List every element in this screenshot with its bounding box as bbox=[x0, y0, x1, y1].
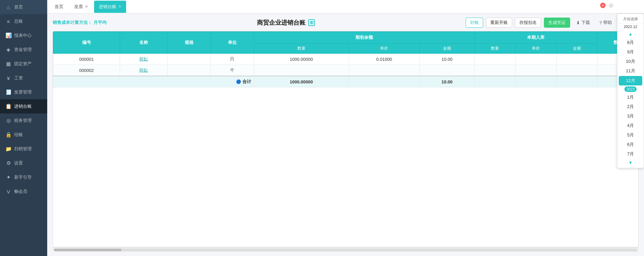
cell-period-price: 0.01000 bbox=[349, 54, 419, 65]
invoice-icon: 🧾 bbox=[5, 89, 11, 95]
closing-icon: 🔒 bbox=[5, 132, 11, 138]
maximize-button[interactable]: ⤢ bbox=[608, 3, 614, 8]
close-button[interactable]: ✕ bbox=[600, 3, 606, 8]
reconcile-button[interactable]: 对账 bbox=[466, 18, 483, 28]
row-name-link[interactable]: 前缸 bbox=[139, 68, 148, 73]
sidebar-item-fixed-assets[interactable]: ▦ 固定资产 bbox=[0, 57, 47, 71]
col-header-spec: 规格 bbox=[168, 32, 211, 54]
download-icon: ⬇ bbox=[576, 20, 580, 25]
col-sub-period-price: 单价 bbox=[349, 44, 419, 54]
tab-invoice-label: 发票 bbox=[74, 4, 83, 10]
col-sub-in-amount: 金额 bbox=[556, 44, 597, 54]
month-item-5[interactable]: 5月 bbox=[617, 130, 644, 140]
total-period-price bbox=[349, 76, 419, 87]
total-period-amount: 10.00 bbox=[419, 76, 474, 87]
scroll-thumb[interactable] bbox=[54, 249, 121, 251]
ledger-icon: ≡ bbox=[5, 19, 11, 24]
sidebar-item-archive[interactable]: 📁 归档管理 bbox=[0, 142, 47, 156]
page-title: 商贸企业进销台账 bbox=[257, 19, 305, 27]
cell-name: 前缸 bbox=[120, 54, 168, 65]
sidebar-item-report-center[interactable]: 📊 报表中心 bbox=[0, 28, 47, 43]
tab-purchase-sales[interactable]: 进销台账 ✕ bbox=[94, 1, 126, 13]
title-info-icon[interactable]: 图 bbox=[308, 19, 315, 26]
sidebar-item-member[interactable]: V 畅会员 bbox=[0, 184, 47, 199]
month-item-6[interactable]: 6月 bbox=[617, 140, 644, 149]
sidebar-item-fund-management[interactable]: ◈ 资金管理 bbox=[0, 43, 47, 57]
month-item-10[interactable]: 10月 bbox=[617, 57, 644, 66]
sidebar-item-tax-management[interactable]: ◎ 税务管理 bbox=[0, 113, 47, 128]
cell-period-qty: 1000.00000 bbox=[254, 54, 349, 65]
col-sub-period-amount: 金额 bbox=[419, 44, 474, 54]
cell-in-price bbox=[516, 54, 556, 65]
sidebar-item-payroll[interactable]: ¥ 工资 bbox=[0, 71, 47, 85]
assets-icon: ▦ bbox=[5, 61, 11, 67]
sidebar-item-purchase-sales[interactable]: 📋 进销台账 bbox=[0, 99, 47, 113]
month-item-1[interactable]: 1月 bbox=[617, 93, 644, 102]
window-controls: ✕ ⤢ bbox=[600, 3, 614, 8]
sidebar-item-general-ledger[interactable]: ≡ 总账 bbox=[0, 14, 47, 28]
home-icon: ⌂ bbox=[5, 4, 11, 10]
cell-in-amount bbox=[556, 54, 597, 65]
cell-period-qty bbox=[254, 65, 349, 76]
tab-bar: 首页 发票 ✕ 进销台账 ✕ bbox=[47, 0, 644, 14]
download-button[interactable]: ⬇ 下载 bbox=[573, 18, 593, 27]
tab-purchase-sales-close[interactable]: ✕ bbox=[118, 4, 121, 9]
tab-home[interactable]: 首页 bbox=[50, 1, 68, 13]
cost-method-area: 销售成本计算方法： 月平均 bbox=[53, 20, 107, 26]
cell-in-qty bbox=[474, 54, 515, 65]
month-scroll-down[interactable]: ▼ bbox=[617, 159, 644, 167]
content-header: 销售成本计算方法： 月平均 商贸企业进销台账 图 对账 重新开账 存报别名 生成… bbox=[53, 18, 639, 28]
total-row: 🔵 合计 1000.00000 10.00 bbox=[53, 76, 638, 87]
sidebar-item-closing[interactable]: 🔒 结账 bbox=[0, 128, 47, 142]
cost-method-value: 月平均 bbox=[93, 20, 107, 25]
toolbar: 对账 重新开账 存报别名 生成凭证 ⬇ 下载 ? 帮助 ↻ 刷新 bbox=[466, 18, 639, 28]
col-header-current-in: 本期入库 bbox=[474, 32, 597, 44]
month-panel-year: 2022.12 bbox=[617, 23, 644, 30]
month-item-11[interactable]: 11月 bbox=[617, 66, 644, 76]
col-header-name: 名称 bbox=[120, 32, 168, 54]
month-item-3[interactable]: 3月 bbox=[617, 111, 644, 121]
month-item-8[interactable]: 8月 bbox=[617, 38, 644, 47]
month-panel: 月份选择 2022.12 ▲ 8月 9月 10月 11月 12月 2023 1月… bbox=[617, 14, 644, 168]
month-scroll-up[interactable]: ▲ bbox=[617, 30, 644, 38]
tab-invoice-close[interactable]: ✕ bbox=[85, 4, 88, 9]
sidebar-item-home[interactable]: ⌂ 首页 bbox=[0, 0, 47, 14]
horizontal-scrollbar[interactable] bbox=[53, 247, 639, 252]
month-item-4[interactable]: 4月 bbox=[617, 121, 644, 130]
settings-icon: ⚙ bbox=[5, 160, 11, 166]
year-badge: 2023 bbox=[624, 86, 637, 92]
save-alias-button[interactable]: 存报别名 bbox=[515, 18, 541, 28]
report-icon: 📊 bbox=[5, 32, 11, 39]
help-button[interactable]: ? 帮助 bbox=[596, 18, 615, 27]
cell-unit: 个 bbox=[211, 65, 254, 76]
purchase-sales-icon: 📋 bbox=[5, 103, 11, 109]
sidebar-item-invoice-label: 发票管理 bbox=[14, 89, 32, 95]
payroll-icon: ¥ bbox=[5, 75, 11, 81]
month-item-12[interactable]: 12月 bbox=[619, 76, 642, 85]
generate-voucher-button[interactable]: 生成凭证 bbox=[544, 18, 570, 28]
reopen-button[interactable]: 重新开账 bbox=[486, 18, 512, 28]
row-name-link[interactable]: 前缸 bbox=[139, 56, 148, 61]
sidebar-item-guide[interactable]: ✦ 新手引导 bbox=[0, 170, 47, 184]
month-item-9[interactable]: 9月 bbox=[617, 47, 644, 57]
sidebar-item-settings[interactable]: ⚙ 设置 bbox=[0, 156, 47, 170]
sidebar-item-invoice-management[interactable]: 🧾 发票管理 bbox=[0, 85, 47, 99]
page-title-area: 商贸企业进销台账 图 bbox=[257, 19, 315, 27]
cell-in-amount bbox=[556, 65, 597, 76]
cell-name: 前缸 bbox=[120, 65, 168, 76]
help-icon: ? bbox=[599, 20, 602, 25]
data-table: 编号 名称 规格 单位 期初余额 本期入库 数... 数量 单价 金额 数量 单… bbox=[53, 31, 638, 87]
month-item-2[interactable]: 2月 bbox=[617, 102, 644, 111]
total-in-price bbox=[516, 76, 556, 87]
cell-id: 000001 bbox=[53, 54, 120, 65]
cell-spec bbox=[168, 54, 211, 65]
month-item-7[interactable]: 7月 bbox=[617, 149, 644, 159]
sidebar-item-tax-label: 税务管理 bbox=[14, 118, 32, 124]
col-header-unit: 单位 bbox=[211, 32, 254, 54]
total-label-cell: 🔵 合计 bbox=[53, 76, 254, 87]
sidebar-item-fund-label: 资金管理 bbox=[14, 47, 32, 53]
month-panel-title: 月份选择 bbox=[617, 15, 644, 23]
col-header-period-start: 期初余额 bbox=[254, 32, 474, 44]
tab-invoice[interactable]: 发票 ✕ bbox=[69, 1, 93, 13]
sidebar-item-assets-label: 固定资产 bbox=[14, 61, 32, 67]
